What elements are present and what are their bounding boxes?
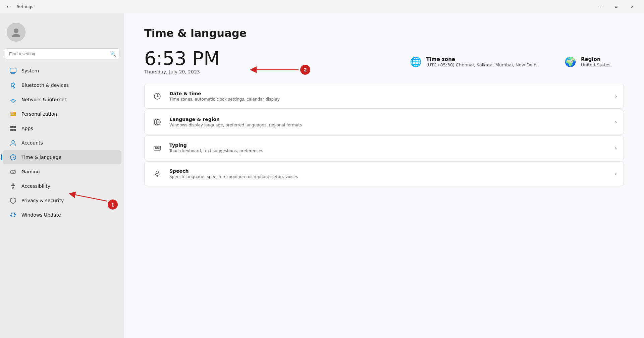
sidebar-item-system[interactable]: System bbox=[3, 64, 121, 78]
sidebar-item-network[interactable]: Network & internet bbox=[3, 93, 121, 107]
avatar bbox=[7, 23, 25, 42]
setting-desc-language-region: Windows display language, preferred lang… bbox=[169, 123, 609, 127]
svg-rect-15 bbox=[10, 171, 16, 173]
region-label: Region bbox=[581, 56, 610, 62]
time-block: 6:53 PM Thursday, July 20, 2023 bbox=[144, 49, 220, 74]
nav-icon-privacy bbox=[9, 197, 17, 204]
nav-icon-bluetooth bbox=[9, 81, 17, 89]
svg-rect-2 bbox=[10, 68, 16, 72]
search-container: 🔍 bbox=[5, 48, 119, 59]
svg-point-20 bbox=[12, 183, 14, 185]
app-title: Settings bbox=[17, 4, 33, 9]
svg-rect-8 bbox=[13, 112, 16, 115]
setting-card-language-region[interactable]: Language & region Windows display langua… bbox=[144, 110, 624, 134]
sidebar-item-update[interactable]: Windows Update bbox=[3, 208, 121, 222]
nav-label-apps: Apps bbox=[21, 126, 33, 131]
svg-point-13 bbox=[12, 140, 14, 143]
svg-rect-11 bbox=[10, 129, 13, 131]
nav-icon-time bbox=[9, 154, 17, 161]
nav-label-accessibility: Accessibility bbox=[21, 183, 50, 189]
nav-icon-gaming bbox=[9, 168, 17, 175]
setting-icon-date-time bbox=[151, 90, 163, 102]
setting-title-typing: Typing bbox=[169, 143, 609, 148]
chevron-right-icon: › bbox=[615, 171, 617, 176]
sidebar-item-bluetooth[interactable]: Bluetooth & devices bbox=[3, 78, 121, 92]
setting-desc-speech: Speech language, speech recognition micr… bbox=[169, 174, 609, 179]
minimize-button[interactable]: ─ bbox=[592, 1, 608, 12]
sidebar-item-apps[interactable]: Apps bbox=[3, 121, 121, 135]
region-block: 🌍 Region United States bbox=[551, 56, 624, 67]
timezone-block: 🌐 Time zone (UTC+05:30) Chennai, Kolkata… bbox=[396, 56, 551, 67]
svg-rect-12 bbox=[13, 129, 16, 131]
restore-button[interactable]: ⧉ bbox=[608, 1, 624, 12]
sidebar-item-privacy[interactable]: Privacy & security bbox=[3, 193, 121, 208]
setting-icon-speech bbox=[151, 168, 163, 180]
svg-point-0 bbox=[14, 29, 18, 33]
timezone-label: Time zone bbox=[426, 56, 538, 62]
svg-rect-10 bbox=[13, 126, 16, 128]
close-button[interactable]: ✕ bbox=[625, 1, 640, 12]
nav-icon-network bbox=[9, 96, 17, 103]
setting-title-speech: Speech bbox=[169, 168, 609, 174]
svg-rect-7 bbox=[10, 112, 13, 115]
region-icon: 🌍 bbox=[565, 56, 576, 67]
nav-label-update: Windows Update bbox=[21, 212, 61, 218]
nav-icon-accounts bbox=[9, 139, 17, 147]
sidebar-item-time[interactable]: Time & language bbox=[3, 150, 121, 164]
setting-desc-typing: Touch keyboard, text suggestions, prefer… bbox=[169, 149, 609, 153]
chevron-right-icon: › bbox=[615, 119, 617, 125]
settings-list: Date & time Time zones, automatic clock … bbox=[144, 84, 624, 186]
svg-point-18 bbox=[14, 171, 14, 172]
setting-title-date-time: Date & time bbox=[169, 91, 609, 96]
titlebar: ← Settings ─ ⧉ ✕ bbox=[0, 0, 644, 13]
page-title: Time & language bbox=[144, 27, 624, 40]
nav-icon-personalization bbox=[9, 110, 17, 118]
window-controls: ─ ⧉ ✕ bbox=[592, 1, 640, 12]
sidebar-item-personalization[interactable]: Personalization bbox=[3, 107, 121, 121]
chevron-right-icon: › bbox=[615, 94, 617, 99]
sidebar-item-accounts[interactable]: Accounts bbox=[3, 136, 121, 150]
sidebar-item-accessibility[interactable]: Accessibility bbox=[3, 179, 121, 193]
svg-point-37 bbox=[156, 171, 159, 174]
nav-label-personalization: Personalization bbox=[21, 111, 57, 117]
svg-rect-9 bbox=[10, 126, 13, 128]
nav-label-gaming: Gaming bbox=[21, 169, 40, 174]
search-input[interactable] bbox=[5, 48, 119, 59]
nav-label-network: Network & internet bbox=[21, 97, 66, 102]
nav-list: System Bluetooth & devices Network & int… bbox=[0, 63, 124, 222]
setting-card-typing[interactable]: Typing Touch keyboard, text suggestions,… bbox=[144, 135, 624, 160]
svg-point-1 bbox=[12, 34, 20, 37]
timezone-icon: 🌐 bbox=[410, 56, 422, 67]
svg-line-23 bbox=[12, 187, 13, 189]
setting-icon-typing bbox=[151, 142, 163, 154]
current-date: Thursday, July 20, 2023 bbox=[144, 69, 220, 74]
nav-icon-system bbox=[9, 67, 17, 74]
chevron-right-icon: › bbox=[615, 145, 617, 151]
sidebar: 🔍 System Bluetooth & devices Network & i… bbox=[0, 13, 124, 338]
svg-rect-32 bbox=[154, 146, 161, 150]
svg-point-5 bbox=[13, 102, 14, 103]
main-panel: Time & language 6:53 PM Thursday, July 2… bbox=[124, 13, 644, 338]
svg-rect-6 bbox=[10, 115, 16, 116]
nav-label-time: Time & language bbox=[21, 155, 61, 160]
setting-title-language-region: Language & region bbox=[169, 117, 609, 122]
sidebar-item-gaming[interactable]: Gaming bbox=[3, 165, 121, 179]
svg-point-19 bbox=[13, 172, 14, 173]
nav-label-system: System bbox=[21, 68, 39, 73]
region-value: United States bbox=[581, 62, 610, 67]
nav-label-privacy: Privacy & security bbox=[21, 198, 64, 203]
app-body: 🔍 System Bluetooth & devices Network & i… bbox=[0, 13, 644, 338]
nav-icon-update bbox=[9, 211, 17, 219]
user-profile[interactable] bbox=[0, 17, 124, 48]
timezone-value: (UTC+05:30) Chennai, Kolkata, Mumbai, Ne… bbox=[426, 62, 538, 67]
setting-icon-language-region bbox=[151, 116, 163, 128]
svg-line-24 bbox=[13, 187, 14, 189]
svg-rect-4 bbox=[11, 73, 15, 74]
back-button[interactable]: ← bbox=[4, 2, 13, 11]
nav-label-accounts: Accounts bbox=[21, 140, 43, 146]
setting-card-speech[interactable]: Speech Speech language, speech recogniti… bbox=[144, 161, 624, 186]
current-time: 6:53 PM bbox=[144, 49, 220, 68]
nav-icon-apps bbox=[9, 125, 17, 132]
setting-card-date-time[interactable]: Date & time Time zones, automatic clock … bbox=[144, 84, 624, 109]
nav-label-bluetooth: Bluetooth & devices bbox=[21, 82, 69, 88]
